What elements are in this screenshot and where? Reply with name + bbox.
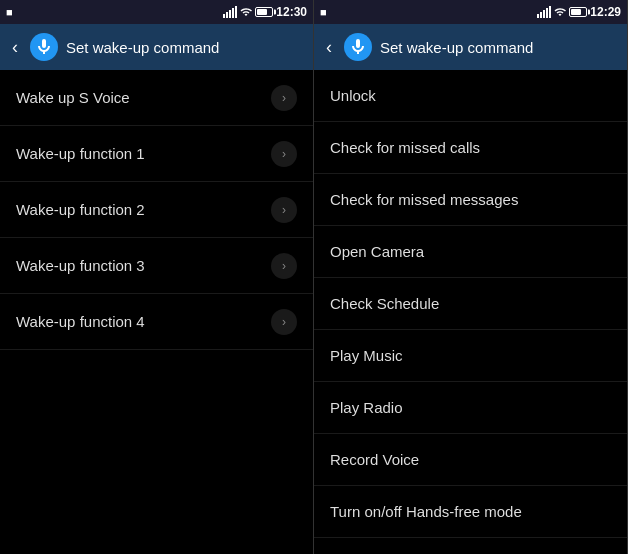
mic-button-right[interactable] [344,33,372,61]
play-music-label: Play Music [330,347,403,364]
chevron-fn-2: › [271,197,297,223]
battery-icon-left [255,7,273,17]
svg-rect-11 [356,39,360,48]
header-right: ‹ Set wake-up command [314,24,627,70]
handsfree-label: Turn on/off Hands-free mode [330,503,522,520]
status-bar-right: ■ 12:29 [314,0,627,24]
status-right-left: 12:30 [223,5,307,19]
right-panel: ■ 12:29 ‹ Set [314,0,628,554]
svg-rect-1 [226,12,228,18]
chevron-fn-3: › [271,253,297,279]
header-left: ‹ Set wake-up command [0,24,313,70]
chevron-icon-1: › [282,147,286,161]
list-item-wake-fn-1[interactable]: Wake-up function 1 › [0,126,313,182]
list-left: Wake up S Voice › Wake-up function 1 › W… [0,70,313,554]
unlock-label: Unlock [330,87,376,104]
list-item-handsfree[interactable]: Turn on/off Hands-free mode [314,486,627,538]
chevron-icon-2: › [282,203,286,217]
status-right-right: 12:29 [537,5,621,19]
svg-rect-10 [549,6,551,18]
mic-icon-left [38,39,50,55]
header-title-left: Set wake-up command [66,39,219,56]
status-bar-left: ■ 12:30 [0,0,313,24]
list-item-check-schedule[interactable]: Check Schedule [314,278,627,330]
record-voice-label: Record Voice [330,451,419,468]
list-item-missed-calls[interactable]: Check for missed calls [314,122,627,174]
mic-icon-right [352,39,364,55]
status-left-right: ■ [320,6,327,18]
chevron-wake-s-voice: › [271,85,297,111]
signal-icon-right [537,6,551,18]
play-radio-label: Play Radio [330,399,403,416]
back-button-right[interactable]: ‹ [322,33,336,62]
time-right: 12:29 [590,5,621,19]
svg-rect-9 [546,8,548,18]
list-item-record-voice[interactable]: Record Voice [314,434,627,486]
svg-rect-6 [537,14,539,18]
chevron-fn-1: › [271,141,297,167]
list-right: Unlock Check for missed calls Check for … [314,70,627,554]
list-item-open-camera[interactable]: Open Camera [314,226,627,278]
svg-rect-3 [232,8,234,18]
wake-fn-3-label: Wake-up function 3 [16,257,145,274]
list-item-wake-fn-3[interactable]: Wake-up function 3 › [0,238,313,294]
wake-fn-2-label: Wake-up function 2 [16,201,145,218]
check-schedule-label: Check Schedule [330,295,439,312]
signal-icon-left [223,6,237,18]
mic-button-left[interactable] [30,33,58,61]
notification-icon-right: ■ [320,6,327,18]
wake-fn-1-label: Wake-up function 1 [16,145,145,162]
chevron-icon-4: › [282,315,286,329]
open-camera-label: Open Camera [330,243,424,260]
chevron-icon: › [282,91,286,105]
svg-rect-8 [543,10,545,18]
wake-fn-4-label: Wake-up function 4 [16,313,145,330]
time-left: 12:30 [276,5,307,19]
list-item-play-radio[interactable]: Play Radio [314,382,627,434]
left-panel: ■ 12:30 ‹ [0,0,314,554]
header-title-right: Set wake-up command [380,39,533,56]
svg-rect-5 [42,39,46,48]
svg-rect-7 [540,12,542,18]
missed-messages-label: Check for missed messages [330,191,518,208]
list-item-wake-fn-2[interactable]: Wake-up function 2 › [0,182,313,238]
notification-icon-left: ■ [6,6,13,18]
wake-s-voice-label: Wake up S Voice [16,89,130,106]
wifi-icon-left [240,6,252,18]
chevron-fn-4: › [271,309,297,335]
back-button-left[interactable]: ‹ [8,33,22,62]
wifi-icon-right [554,6,566,18]
battery-icon-right [569,7,587,17]
list-item-wake-fn-4[interactable]: Wake-up function 4 › [0,294,313,350]
status-left-left: ■ [6,6,13,18]
svg-rect-2 [229,10,231,18]
missed-calls-label: Check for missed calls [330,139,480,156]
svg-rect-4 [235,6,237,18]
list-item-missed-messages[interactable]: Check for missed messages [314,174,627,226]
list-item-play-music[interactable]: Play Music [314,330,627,382]
svg-rect-0 [223,14,225,18]
list-item-wake-s-voice[interactable]: Wake up S Voice › [0,70,313,126]
list-item-unlock[interactable]: Unlock [314,70,627,122]
chevron-icon-3: › [282,259,286,273]
